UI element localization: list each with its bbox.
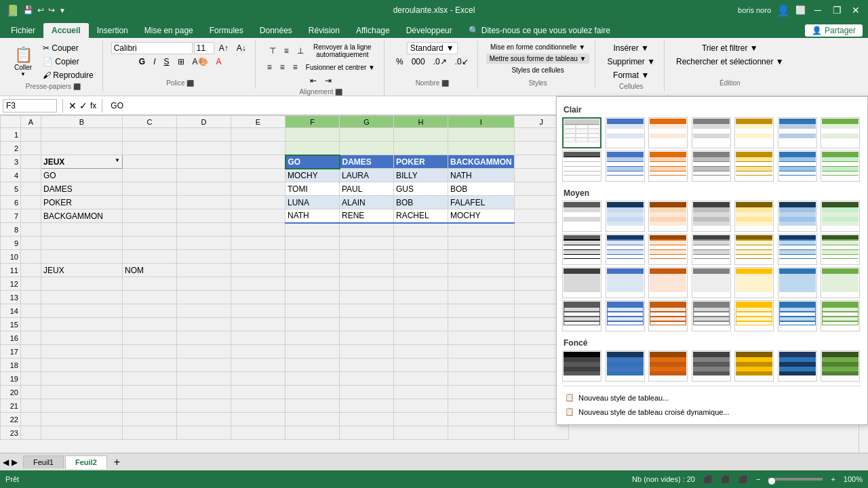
- table-style-item[interactable]: [821, 350, 860, 382]
- insert-btn[interactable]: Insérer ▼: [610, 42, 652, 54]
- sort-btn[interactable]: Trier et filtrer ▼: [698, 42, 762, 54]
- cell-E6[interactable]: [231, 196, 285, 209]
- cell-G16[interactable]: [340, 331, 394, 345]
- cell-C9[interactable]: [123, 237, 177, 250]
- cell-H2[interactable]: [394, 142, 448, 155]
- zoom-slider[interactable]: [768, 478, 823, 481]
- row-header-5[interactable]: 5: [1, 182, 21, 196]
- cell-F15[interactable]: [285, 318, 340, 331]
- cell-B16[interactable]: [41, 331, 123, 345]
- cell-B17[interactable]: [41, 345, 123, 359]
- align-middle-btn[interactable]: ≡: [281, 45, 292, 57]
- cell-G6[interactable]: ALAIN: [340, 196, 394, 209]
- cell-B20[interactable]: [41, 386, 123, 399]
- cell-F9[interactable]: [285, 237, 340, 250]
- cell-E23[interactable]: [231, 426, 285, 440]
- cell-I3[interactable]: BACKGAMMON: [448, 155, 515, 169]
- cell-E5[interactable]: [231, 182, 285, 196]
- row-header-19[interactable]: 19: [1, 372, 21, 386]
- cell-B13[interactable]: [41, 291, 123, 304]
- cell-H19[interactable]: [394, 372, 448, 386]
- table-style-item[interactable]: [562, 201, 601, 232]
- table-style-item[interactable]: [562, 150, 601, 182]
- row-header-20[interactable]: 20: [1, 386, 21, 399]
- table-style-item[interactable]: [778, 117, 817, 148]
- tab-fichier[interactable]: Fichier: [3, 23, 43, 38]
- cell-I20[interactable]: [448, 386, 515, 399]
- row-header-1[interactable]: 1: [1, 128, 21, 142]
- sheet-tab-feuil2[interactable]: Feuil2: [65, 455, 107, 469]
- page-layout-btn[interactable]: ⬛: [721, 475, 730, 484]
- cell-I14[interactable]: [448, 304, 515, 318]
- cell-I7[interactable]: MOCHY: [448, 209, 515, 223]
- cell-G8[interactable]: [340, 223, 394, 237]
- increase-font-btn[interactable]: A↑: [216, 42, 232, 54]
- align-right-btn[interactable]: ≡: [290, 61, 301, 73]
- page-break-btn[interactable]: ⬛: [738, 475, 748, 484]
- cell-H5[interactable]: GUS: [394, 182, 448, 196]
- cell-I10[interactable]: [448, 250, 515, 264]
- cell-G5[interactable]: PAUL: [340, 182, 394, 196]
- row-header-17[interactable]: 17: [1, 345, 21, 359]
- cell-A21[interactable]: [21, 399, 41, 413]
- cell-B5[interactable]: DAMES: [41, 182, 123, 196]
- confirm-formula-btn[interactable]: ✓: [79, 100, 87, 111]
- cell-E3[interactable]: [231, 155, 285, 169]
- tab-donnees[interactable]: Données: [252, 23, 300, 38]
- cell-H23[interactable]: [394, 426, 448, 440]
- cell-A5[interactable]: [21, 182, 41, 196]
- cell-B19[interactable]: [41, 372, 123, 386]
- table-style-item[interactable]: [648, 201, 688, 232]
- align-center-btn[interactable]: ≡: [277, 61, 288, 73]
- cell-I13[interactable]: [448, 291, 515, 304]
- cell-E18[interactable]: [231, 359, 285, 372]
- table-style-item[interactable]: [734, 201, 774, 232]
- cell-D13[interactable]: [177, 291, 231, 304]
- cell-C15[interactable]: [123, 318, 177, 331]
- cell-F16[interactable]: [285, 331, 340, 345]
- cell-D11[interactable]: [177, 264, 231, 277]
- new-pivot-style-btn[interactable]: 📋 Nouveau style de tableau croisé dynami…: [562, 405, 862, 419]
- cell-A23[interactable]: [21, 426, 41, 440]
- col-header-E[interactable]: E: [231, 116, 285, 128]
- cell-I17[interactable]: [448, 345, 515, 359]
- number-format-combo[interactable]: Standard ▼: [407, 42, 458, 54]
- table-style-item[interactable]: [606, 267, 645, 298]
- cell-B7[interactable]: BACKGAMMON: [41, 209, 123, 223]
- percent-btn[interactable]: %: [393, 56, 407, 68]
- couper-btn[interactable]: ✂ Couper: [39, 42, 97, 54]
- cell-F18[interactable]: [285, 359, 340, 372]
- indent-dec-btn[interactable]: ⇤: [307, 75, 320, 87]
- zoom-out-btn[interactable]: −: [756, 475, 760, 483]
- col-header-G[interactable]: G: [340, 116, 394, 128]
- cell-A7[interactable]: [21, 209, 41, 223]
- cell-G3[interactable]: DAMES: [340, 155, 394, 169]
- table-style-item[interactable]: [562, 350, 601, 382]
- row-header-11[interactable]: 11: [1, 264, 21, 277]
- tab-revision[interactable]: Révision: [300, 23, 348, 38]
- cell-E10[interactable]: [231, 250, 285, 264]
- cell-C11[interactable]: NOM: [123, 264, 177, 277]
- cell-E22[interactable]: [231, 413, 285, 426]
- col-header-H[interactable]: H: [394, 116, 448, 128]
- cell-C16[interactable]: [123, 331, 177, 345]
- table-style-item[interactable]: [562, 117, 601, 148]
- layout-icon[interactable]: ⬜: [795, 5, 806, 15]
- cell-C23[interactable]: [123, 426, 177, 440]
- cell-D12[interactable]: [177, 277, 231, 291]
- cell-F13[interactable]: [285, 291, 340, 304]
- cell-H11[interactable]: [394, 264, 448, 277]
- tab-insertion[interactable]: Insertion: [89, 23, 136, 38]
- cell-G7[interactable]: RENE: [340, 209, 394, 223]
- cell-C20[interactable]: [123, 386, 177, 399]
- cell-A9[interactable]: [21, 237, 41, 250]
- cell-A19[interactable]: [21, 372, 41, 386]
- account-icon[interactable]: 👤: [776, 4, 790, 17]
- row-header-16[interactable]: 16: [1, 331, 21, 345]
- cell-E7[interactable]: [231, 209, 285, 223]
- cell-E13[interactable]: [231, 291, 285, 304]
- cell-B6[interactable]: POKER: [41, 196, 123, 209]
- table-style-item[interactable]: [562, 300, 601, 331]
- cell-styles-btn[interactable]: Styles de cellules: [508, 65, 567, 75]
- cell-D16[interactable]: [177, 331, 231, 345]
